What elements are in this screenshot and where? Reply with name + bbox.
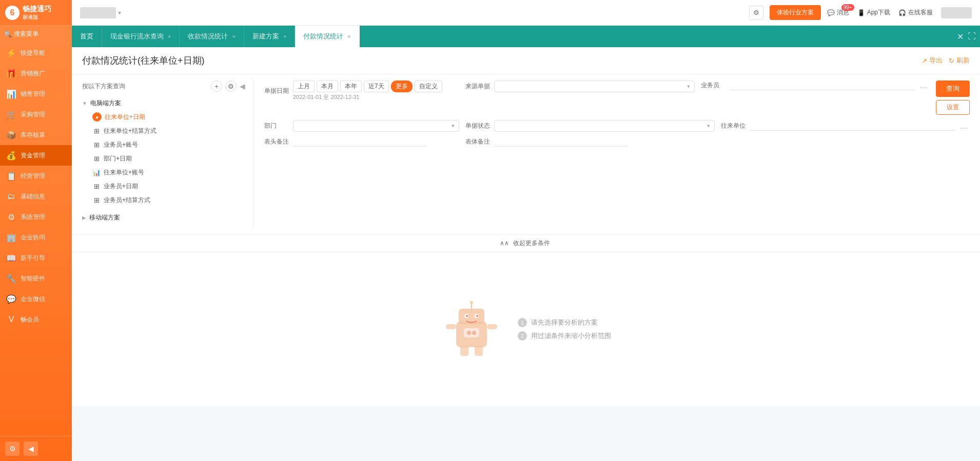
body-note-input[interactable] — [494, 137, 628, 147]
operation-icon: 📋 — [6, 171, 16, 181]
date-label: 单据日期 — [264, 87, 289, 95]
tab-bank[interactable]: 现金银行流水查询 × — [102, 26, 180, 47]
tab-close-new-plan[interactable]: × — [283, 33, 286, 39]
svg-point-5 — [476, 315, 478, 317]
scheme-item-label: 往来单位+结算方式 — [104, 127, 156, 135]
svg-point-13 — [467, 331, 471, 335]
staff-input[interactable] — [730, 81, 916, 90]
collapse-sidebar-icon[interactable]: ◀ — [24, 442, 38, 456]
messages-badge: 99+ — [841, 4, 854, 11]
sidebar-item-label: 企业协同 — [21, 233, 45, 242]
online-service-button[interactable]: 🎧 在线客服 — [898, 8, 933, 17]
dept-select[interactable]: ▾ — [293, 120, 459, 132]
source-arrow-icon: ▾ — [687, 83, 690, 90]
staff-dots-button[interactable]: … — [917, 81, 930, 90]
logo-sub: 标准版 — [23, 14, 51, 21]
hardware-icon: 🔧 — [6, 273, 16, 284]
scheme-item-unit-date[interactable]: ● 往来单位+日期 — [82, 110, 245, 124]
scheme-add-button[interactable]: + — [211, 81, 222, 92]
filter-form: 单据日期 上月 本月 本年 近7天 更多 自定义 20 — [254, 81, 970, 228]
scheme-item-staff-settle[interactable]: ⊞ 业务员+结算方式 — [82, 193, 245, 207]
scheme-item-dept-date[interactable]: ⊞ 部门+日期 — [82, 152, 245, 166]
date-btn-custom[interactable]: 自定义 — [415, 81, 442, 92]
collapse-more-button[interactable]: ∧∧ 收起更多条件 — [72, 234, 980, 252]
filter-main: 按以下方案查询 + ⚙ ◀ ▼ 电脑端方案 ● — [72, 74, 980, 234]
finance-icon: 💰 — [6, 150, 16, 161]
sidebar-item-purchase[interactable]: 🛒 采购管理 — [0, 104, 72, 125]
scheme-item-unit-account[interactable]: 📊 往来单位+账号 — [82, 166, 245, 179]
sidebar-item-quick-nav[interactable]: ⚡ 快捷导航 — [0, 43, 72, 63]
messages-button[interactable]: 💬 消息 99+ — [827, 8, 849, 17]
scheme-item-label: 业务员+结算方式 — [104, 196, 150, 205]
partner-input[interactable] — [750, 121, 956, 131]
settings-button[interactable]: 设置 — [936, 100, 970, 115]
sidebar-item-inventory[interactable]: 📦 库存核算 — [0, 125, 72, 145]
date-btn-this-month[interactable]: 本月 — [317, 81, 338, 92]
tab-income[interactable]: 收款情况统计 × — [180, 26, 244, 47]
date-btn-7days[interactable]: 近7天 — [364, 81, 389, 92]
settings-bottom-icon[interactable]: ⚙ — [5, 442, 19, 456]
sidebar-item-wechat[interactable]: 💬 企业微信 — [0, 289, 72, 309]
search-label: 搜索菜单 — [14, 30, 38, 38]
sidebar-item-operation[interactable]: 📋 经营管理 — [0, 166, 72, 186]
scheme-item-staff-date[interactable]: ⊞ 业务员+日期 — [82, 179, 245, 193]
date-btn-more[interactable]: 更多 — [391, 81, 413, 92]
sidebar-item-marketing[interactable]: 🎁 营销推广 — [0, 63, 72, 84]
collapse-label: 收起更多条件 — [513, 239, 550, 247]
doc-status-field: 单据状态 ▾ — [465, 120, 715, 132]
empty-tips: 1 请先选择要分析的方案 2 用过滤条件来缩小分析范围 — [518, 318, 611, 340]
source-select[interactable]: ▾ — [494, 81, 695, 92]
tab-close-payment[interactable]: × — [347, 33, 350, 39]
sidebar-item-system[interactable]: ⚙ 系统管理 — [0, 207, 72, 227]
tab-payment[interactable]: 付款情况统计 × — [295, 26, 359, 47]
sidebar-item-guide[interactable]: 📖 新手引导 — [0, 248, 72, 268]
tab-close-income[interactable]: × — [232, 33, 235, 39]
tab-close-all-icon[interactable]: ✕ — [957, 32, 964, 42]
basic-info-icon: 🗂 — [6, 191, 16, 202]
scheme-settings-button[interactable]: ⚙ — [225, 81, 237, 92]
svg-rect-9 — [475, 346, 483, 356]
tab-close-bank[interactable]: × — [168, 33, 171, 39]
date-btn-last-month[interactable]: 上月 — [293, 81, 315, 92]
sidebar-bottom: ⚙ ◀ — [0, 436, 72, 461]
scheme-item-unit-settle[interactable]: ⊞ 往来单位+结算方式 — [82, 124, 245, 138]
message-icon: 💬 — [827, 9, 835, 16]
header-note-input[interactable] — [293, 137, 426, 147]
search-menu[interactable]: 🔍 搜索菜单 — [0, 26, 72, 43]
sidebar-item-hardware[interactable]: 🔧 智能硬件 — [0, 268, 72, 289]
search-icon: 🔍 — [4, 31, 12, 38]
body-note-label: 表体备注 — [465, 137, 490, 146]
scheme-item-staff-account[interactable]: ⊞ 业务员+账号 — [82, 138, 245, 152]
scheme-item-label: 部门+日期 — [104, 154, 132, 163]
partner-dots-button[interactable]: … — [957, 122, 970, 131]
mobile-scheme-group-header[interactable]: ▶ 移动端方案 — [82, 211, 245, 224]
date-btn-this-year[interactable]: 本年 — [340, 81, 362, 92]
query-button[interactable]: 查询 — [936, 81, 970, 97]
sidebar-item-member[interactable]: V 畅会员 — [0, 309, 72, 330]
tip-text-1: 请先选择要分析的方案 — [531, 318, 598, 327]
company-avatar — [80, 7, 116, 18]
tab-new-plan[interactable]: 新建方案 × — [244, 26, 295, 47]
pc-scheme-group-header[interactable]: ▼ 电脑端方案 — [82, 97, 245, 110]
filter-scheme-sidebar: 按以下方案查询 + ⚙ ◀ ▼ 电脑端方案 ● — [82, 81, 254, 228]
empty-tip-2: 2 用过滤条件来缩小分析范围 — [518, 331, 611, 340]
export-button[interactable]: ↗ 导出 — [922, 56, 943, 65]
tab-home[interactable]: 首页 — [72, 26, 102, 47]
sidebar-item-label: 畅会员 — [21, 315, 39, 324]
user-avatar[interactable] — [941, 7, 972, 18]
doc-status-select[interactable]: ▾ — [494, 120, 715, 132]
app-download-button[interactable]: 📱 App下载 — [857, 8, 890, 17]
sidebar-item-finance[interactable]: 💰 资金管理 — [0, 145, 72, 166]
sidebar-item-enterprise[interactable]: 🏢 企业协同 — [0, 227, 72, 248]
refresh-button[interactable]: ↻ 刷新 — [949, 56, 970, 65]
scheme-collapse-button[interactable]: ◀ — [240, 82, 245, 90]
header-settings-icon[interactable]: ⚙ — [749, 6, 763, 20]
sidebar-item-sales[interactable]: 📊 销售管理 — [0, 84, 72, 104]
sidebar-item-basic-info[interactable]: 🗂 基础信息 — [0, 186, 72, 207]
enterprise-icon: 🏢 — [6, 232, 16, 243]
grid-icon: ⊞ — [92, 183, 101, 191]
scheme-label: 按以下方案查询 — [82, 82, 125, 91]
trial-button[interactable]: 体验行业方案 — [770, 5, 821, 20]
filter-scheme-header: 按以下方案查询 + ⚙ ◀ — [82, 81, 245, 92]
tab-maximize-icon[interactable]: ⛶ — [968, 32, 976, 41]
